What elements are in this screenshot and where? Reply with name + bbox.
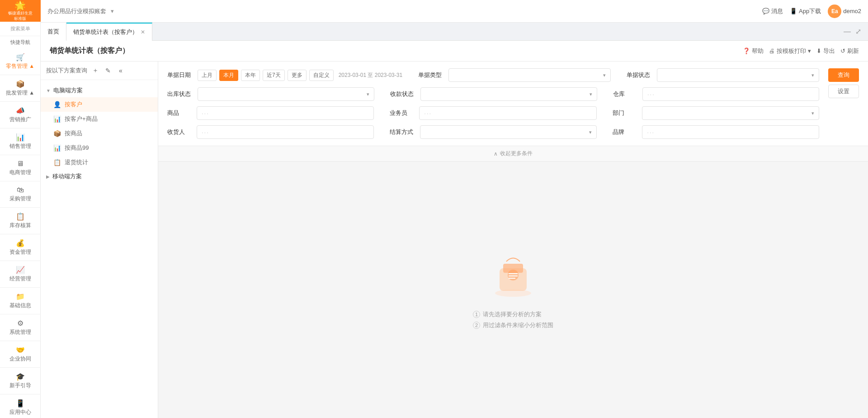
tab-actions: — ⤢ [844, 27, 868, 36]
wholesale-icon: 📦 [2, 80, 38, 88]
sales-label: 销售管理 [2, 142, 38, 150]
page-content: 销货单统计表（按客户） ❓ 帮助 🖨 按模板打印 ▾ ⬇ 导出 ↺ 刷新 [41, 41, 868, 418]
goods-input[interactable]: ··· [197, 106, 374, 120]
quick-nav-label[interactable]: 快捷导航 [0, 36, 41, 48]
marketing-icon: 📣 [2, 106, 38, 115]
sidebar-item-system[interactable]: ⚙ 系统管理 [0, 314, 41, 341]
collapse-bar[interactable]: ∧ 收起更多条件 [158, 146, 868, 162]
message-btn[interactable]: 💬 消息 [762, 7, 783, 15]
goods-dots: ··· [202, 110, 209, 117]
query-button[interactable]: 查询 [828, 68, 859, 82]
export-icon: ⬇ [816, 48, 821, 54]
scheme-category-mobile[interactable]: ▶ 移动端方案 [41, 170, 158, 183]
mobile-category-label: 移动端方案 [52, 172, 82, 180]
basic-icon: 📁 [2, 292, 38, 301]
wholesale-label: 批发管理 ▲ [2, 89, 38, 97]
tab-maximize-btn[interactable]: ⤢ [855, 27, 861, 36]
scheme-item-by-customer[interactable]: 👤 按客户 [41, 97, 158, 112]
tab-minimize-btn[interactable]: — [844, 28, 851, 36]
date-btn-last-month[interactable]: 上月 [198, 70, 217, 81]
sidebar-item-enterprise[interactable]: 🤝 企业协同 [0, 341, 41, 368]
template-print-label: 按模板打印 [777, 47, 806, 55]
date-buttons-group: 上月 本月 本年 近7天 更多 自定义 2023-03-01 至 2023-03… [198, 70, 402, 81]
sidebar-item-operations[interactable]: 📈 经营管理 [0, 261, 41, 288]
out-status-select[interactable]: ▾ [198, 87, 374, 101]
search-menu-label[interactable]: 搜索菜单 [0, 22, 41, 36]
out-status-label: 出库状态 [167, 90, 191, 98]
enterprise-label: 企业协同 [2, 355, 38, 363]
message-icon: 💬 [762, 8, 769, 14]
brand-input[interactable]: ··· [642, 125, 819, 139]
template-print-btn[interactable]: 🖨 按模板打印 ▾ [769, 47, 811, 55]
add-scheme-btn[interactable]: ＋ [91, 66, 100, 75]
date-btn-custom[interactable]: 自定义 [309, 70, 334, 81]
ecommerce-label: 电商管理 [2, 169, 38, 176]
settlement-select[interactable]: ▾ [420, 125, 597, 139]
date-filter-label: 单据日期 [167, 71, 191, 79]
page-actions: ❓ 帮助 🖨 按模板打印 ▾ ⬇ 导出 ↺ 刷新 [743, 47, 859, 55]
return-icon: 📋 [53, 159, 61, 166]
out-status-filter-row: 出库状态 ▾ 收款状态 ▾ 仓库 [167, 87, 819, 101]
tab-close-btn[interactable]: ✕ [141, 29, 145, 35]
finance-label: 资金管理 [2, 248, 38, 256]
scheme-category-desktop[interactable]: ▼ 电脑端方案 [41, 84, 158, 97]
sidebar-item-retail[interactable]: 🛒 零售管理 ▲ [0, 48, 41, 75]
sidebar-item-wholesale[interactable]: 📦 批发管理 ▲ [0, 75, 41, 102]
app-download-btn[interactable]: 📱 App下载 [790, 7, 821, 15]
doc-type-select[interactable]: ▾ [448, 68, 611, 82]
sidebar-item-appstore[interactable]: 📱 应用中心 [0, 394, 41, 418]
setting-button[interactable]: 设置 [828, 85, 859, 98]
marketing-label: 营销推广 [2, 116, 38, 124]
tab-sales-stats[interactable]: 销货单统计表（按客户） ✕ [66, 23, 152, 41]
date-btn-more[interactable]: 更多 [288, 70, 307, 81]
scheme-section: ▼ 电脑端方案 👤 按客户 📊 按客户+商品 📦 按商品 [41, 80, 158, 187]
sidebar-item-newbie[interactable]: 🎓 新手引导 [0, 368, 41, 394]
salesperson-input[interactable]: ··· [419, 106, 596, 120]
warehouse-input[interactable]: ··· [642, 87, 819, 101]
sidebar-item-finance[interactable]: 💰 资金管理 [0, 234, 41, 261]
goods-filter-row: 商品 ··· 业务员 ··· 部门 [167, 106, 819, 120]
date-btn-this-month[interactable]: 本月 [219, 70, 238, 81]
payment-status-label: 收款状态 [390, 90, 414, 98]
sidebar-item-ecommerce[interactable]: 🖥 电商管理 [0, 155, 41, 181]
user-menu[interactable]: Ea demo2 [828, 5, 861, 18]
payment-status-select[interactable]: ▾ [420, 87, 597, 101]
sidebar: 🌟 畅捷通好生意 标准版 搜索菜单 快捷导航 🛒 零售管理 ▲ 📦 批发管理 ▲… [0, 0, 41, 418]
tab-sales-stats-label: 销货单统计表（按客户） [73, 28, 138, 36]
scheme-item-by-goods[interactable]: 📦 按商品 [41, 126, 158, 141]
doc-status-label: 单据状态 [627, 71, 650, 79]
goods-label: 商品 [167, 109, 190, 117]
desktop-arrow-icon: ▼ [46, 88, 51, 93]
sidebar-item-basic[interactable]: 📁 基础信息 [0, 288, 41, 314]
top-header: 办公用品行业模拟账套 ▾ 💬 消息 📱 App下载 Ea demo2 [41, 0, 868, 23]
warehouse-dots: ··· [647, 91, 655, 98]
edit-scheme-btn[interactable]: ✎ [104, 66, 113, 75]
sidebar-item-marketing[interactable]: 📣 营销推广 [0, 102, 41, 128]
recipient-input[interactable]: ··· [197, 125, 374, 139]
refresh-btn[interactable]: ↺ 刷新 [840, 47, 859, 55]
left-panel-title: 按以下方案查询 [46, 66, 87, 75]
brand-label: 品牌 [613, 128, 635, 136]
avatar: Ea [828, 5, 841, 18]
department-select[interactable]: ▾ [642, 106, 819, 120]
scheme-item-return-stats[interactable]: 📋 退货统计 [41, 155, 158, 170]
department-label: 部门 [613, 109, 635, 117]
help-btn[interactable]: ❓ 帮助 [743, 47, 764, 55]
date-btn-7days[interactable]: 近7天 [263, 70, 285, 81]
scheme-item-by-goods-99[interactable]: 📊 按商品99 [41, 141, 158, 155]
left-panel: 按以下方案查询 ＋ ✎ « ▼ 电脑端方案 👤 按客户 [41, 62, 158, 418]
collapse-label: 收起更多条件 [500, 150, 533, 157]
doc-status-select[interactable]: ▾ [657, 68, 819, 82]
sidebar-item-sales[interactable]: 📊 销售管理 [0, 128, 41, 155]
date-btn-this-year[interactable]: 本年 [241, 70, 260, 81]
scheme-item-by-customer-goods[interactable]: 📊 按客户+商品 [41, 112, 158, 126]
sidebar-item-inventory[interactable]: 📋 库存核算 [0, 208, 41, 234]
export-btn[interactable]: ⬇ 导出 [816, 47, 835, 55]
ecommerce-icon: 🖥 [2, 160, 38, 168]
tab-home[interactable]: 首页 [41, 23, 66, 41]
sidebar-item-purchase[interactable]: 🛍 采购管理 [0, 181, 41, 208]
collapse-panel-btn[interactable]: « [116, 66, 125, 75]
mobile-arrow-icon: ▶ [46, 174, 50, 179]
inventory-icon: 📋 [2, 212, 38, 221]
recipient-label: 收货人 [167, 128, 190, 136]
